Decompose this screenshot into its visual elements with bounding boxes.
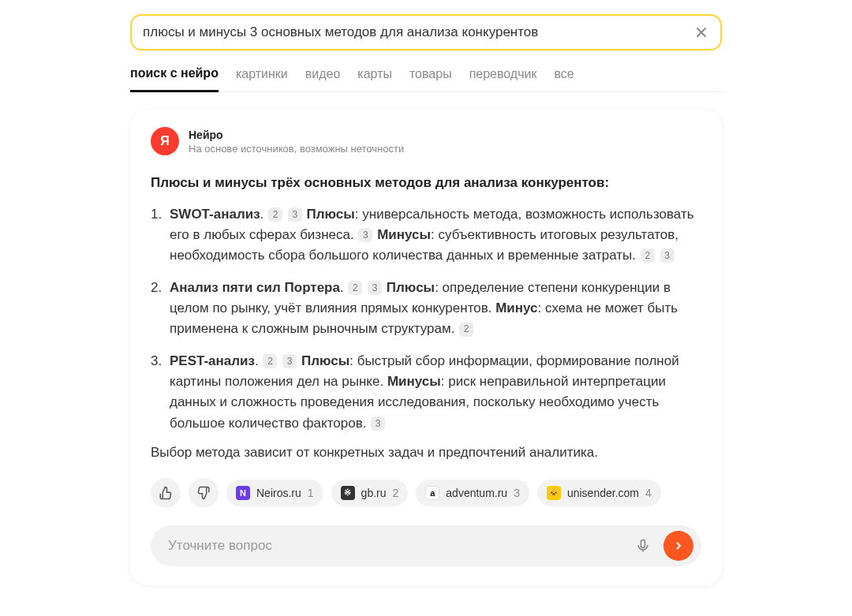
search-input[interactable] — [143, 24, 693, 40]
svg-rect-0 — [641, 539, 645, 547]
source-pill[interactable]: 🐱 unisender.com 4 — [537, 480, 661, 506]
source-domain: adventum.ru — [446, 487, 507, 499]
favicon-icon: 🐱 — [547, 486, 561, 500]
ref-badge[interactable]: 2 — [263, 354, 277, 368]
ref-badge[interactable]: 3 — [282, 354, 297, 368]
source-pill[interactable]: N Neiros.ru 1 — [226, 480, 323, 506]
source-pill[interactable]: ※ gb.ru 2 — [331, 480, 409, 506]
submit-refine-button[interactable] — [663, 531, 693, 561]
conclusion-text: Выбор метода зависит от конкретных задач… — [151, 445, 701, 461]
ref-badge[interactable]: 3 — [660, 248, 674, 263]
method-name: SWOT-анализ — [170, 207, 260, 222]
ref-badge[interactable]: 2 — [641, 248, 655, 263]
answer-intro: Плюсы и минусы трёх основных методов для… — [151, 173, 701, 193]
tab-neuro-search[interactable]: поиск с нейро — [130, 58, 219, 92]
ref-badge[interactable]: 3 — [371, 416, 385, 431]
pros-label: Плюсы — [307, 207, 355, 222]
tabs: поиск с нейро картинки видео карты товар… — [130, 58, 722, 92]
ref-badge[interactable]: 3 — [358, 228, 372, 242]
tab-goods[interactable]: товары — [409, 59, 452, 91]
tab-images[interactable]: картинки — [236, 59, 288, 91]
method-name: PEST-анализ — [170, 353, 255, 368]
tab-all[interactable]: все — [554, 59, 574, 91]
sources-row: N Neiros.ru 1 ※ gb.ru 2 a adventum.ru 3 … — [151, 478, 701, 508]
microphone-icon[interactable] — [632, 535, 654, 557]
source-number: 3 — [514, 487, 520, 499]
pros-label: Плюсы — [387, 280, 435, 295]
tab-translator[interactable]: переводчик — [469, 59, 537, 91]
method-name: Анализ пяти сил Портера — [170, 280, 340, 295]
refine-input[interactable] — [168, 538, 622, 554]
source-number: 1 — [308, 487, 314, 499]
ref-badge[interactable]: 3 — [288, 207, 302, 222]
cons-label: Минусы — [387, 374, 441, 389]
source-number: 4 — [645, 487, 652, 499]
neuro-subtitle: На основе источников, возможны неточност… — [189, 143, 404, 155]
ref-badge[interactable]: 2 — [459, 323, 473, 337]
thumbs-down-button[interactable] — [189, 478, 219, 508]
methods-list: SWOT-анализ. 2 3 Плюсы: универсальность … — [151, 204, 701, 434]
list-item: PEST-анализ. 2 3 Плюсы: быстрый сбор инф… — [151, 351, 701, 434]
source-domain: unisender.com — [567, 487, 639, 499]
source-domain: gb.ru — [361, 487, 387, 499]
tab-maps[interactable]: карты — [357, 59, 392, 91]
neuro-answer-card: Я Нейро На основе источников, возможны н… — [130, 110, 722, 585]
neuro-header: Я Нейро На основе источников, возможны н… — [151, 127, 701, 155]
search-box[interactable] — [130, 14, 722, 50]
source-number: 2 — [393, 487, 399, 499]
ref-badge[interactable]: 2 — [268, 207, 282, 222]
refine-box[interactable] — [151, 525, 701, 566]
tab-video[interactable]: видео — [305, 59, 341, 91]
pros-label: Плюсы — [301, 353, 349, 368]
neuro-title: Нейро — [189, 129, 404, 141]
source-pill[interactable]: a adventum.ru 3 — [416, 480, 529, 506]
cons-label: Минусы — [377, 227, 431, 242]
clear-search-icon[interactable] — [693, 24, 709, 40]
neuro-icon: Я — [151, 127, 179, 155]
favicon-icon: a — [425, 486, 439, 500]
cons-label: Минус — [495, 301, 537, 315]
list-item: Анализ пяти сил Портера. 2 3 Плюсы: опре… — [151, 278, 701, 340]
ref-badge[interactable]: 3 — [368, 281, 382, 295]
favicon-icon: ※ — [341, 486, 355, 500]
list-item: SWOT-анализ. 2 3 Плюсы: универсальность … — [151, 204, 701, 267]
source-domain: Neiros.ru — [256, 487, 301, 499]
ref-badge[interactable]: 2 — [348, 281, 362, 295]
favicon-icon: N — [236, 486, 250, 500]
thumbs-up-button[interactable] — [151, 478, 181, 508]
